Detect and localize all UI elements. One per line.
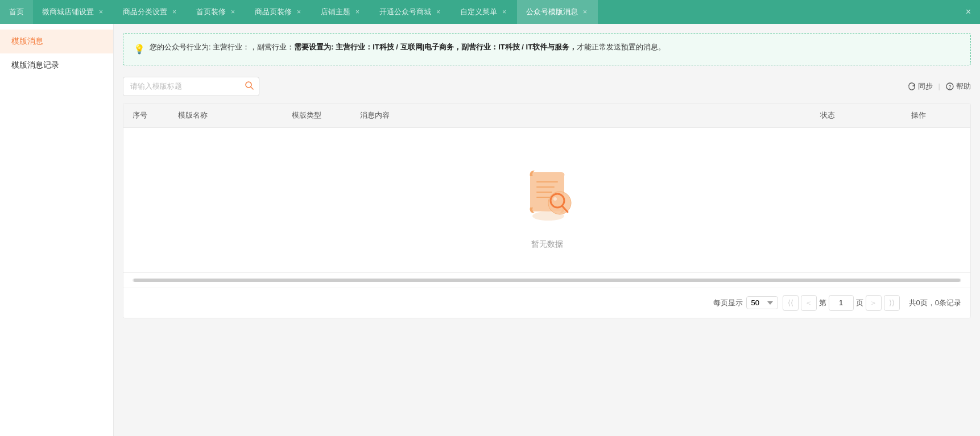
empty-icon xyxy=(513,162,581,230)
tab-home-decor-label: 首页装修 xyxy=(196,7,226,17)
empty-text: 暂无数据 xyxy=(531,239,563,250)
search-bar: 同步 | ? 帮助 xyxy=(123,77,971,96)
total-info: 共0页，0条记录 xyxy=(909,298,961,308)
page-input[interactable] xyxy=(829,295,854,311)
tab-open-mall-label: 开通公众号商城 xyxy=(379,7,431,17)
table-header: 序号 模版名称 模版类型 消息内容 状态 操作 xyxy=(123,103,970,128)
tab-home-decor[interactable]: 首页装修 × xyxy=(187,0,246,24)
tab-product-decor[interactable]: 商品页装修 × xyxy=(246,0,312,24)
search-input-wrap xyxy=(123,77,259,96)
tab-product-decor-close[interactable]: × xyxy=(295,7,303,17)
toolbar-right: 同步 | ? 帮助 xyxy=(908,81,971,92)
col-seq: 序号 xyxy=(123,103,169,127)
tab-micro-shop-close[interactable]: × xyxy=(97,7,105,17)
content-area: 💡 您的公众号行业为: 主营行业：，副营行业：需要设置为: 主营行业：IT科技 … xyxy=(114,24,980,436)
tab-shop-theme-label: 店铺主题 xyxy=(321,7,350,17)
tab-product-category-label: 商品分类设置 xyxy=(123,7,167,17)
notice-banner: 💡 您的公众号行业为: 主营行业：，副营行业：需要设置为: 主营行业：IT科技 … xyxy=(123,33,971,65)
col-name: 模版名称 xyxy=(169,103,283,127)
notice-suffix: 才能正常发送预置的消息。 xyxy=(577,43,665,51)
tab-home-label: 首页 xyxy=(9,7,24,17)
tab-shop-theme[interactable]: 店铺主题 × xyxy=(312,0,370,24)
notice-highlight: 需要设置为: 主营行业：IT科技 / 互联网|电子商务，副营行业：IT科技 / … xyxy=(294,43,577,51)
page-size-select[interactable]: 10 20 50 100 xyxy=(746,296,778,309)
horizontal-scrollbar[interactable] xyxy=(123,272,970,288)
notice-icon: 💡 xyxy=(134,42,145,57)
svg-text:?: ? xyxy=(948,84,951,90)
empty-state: 暂无数据 xyxy=(123,128,970,272)
col-content: 消息内容 xyxy=(351,103,811,127)
page-size-label: 每页显示 xyxy=(713,298,743,308)
tab-micro-shop[interactable]: 微商城店铺设置 × xyxy=(33,0,114,24)
pagination: 每页显示 10 20 50 100 ⟨⟨ ＜ 第 页 xyxy=(123,288,970,318)
sidebar: 模版消息 模版消息记录 xyxy=(0,24,114,436)
tab-product-decor-label: 商品页装修 xyxy=(255,7,292,17)
col-status: 状态 xyxy=(811,103,902,127)
page-first-button[interactable]: ⟨⟨ xyxy=(783,295,799,311)
tab-shop-theme-close[interactable]: × xyxy=(354,7,361,17)
tab-home[interactable]: 首页 xyxy=(0,0,33,24)
tab-micro-shop-label: 微商城店铺设置 xyxy=(42,7,94,17)
col-type: 模版类型 xyxy=(283,103,351,127)
help-icon: ? xyxy=(946,82,954,90)
tab-custom-menu-close[interactable]: × xyxy=(501,7,508,17)
tab-home-decor-close[interactable]: × xyxy=(229,7,237,17)
tab-product-category[interactable]: 商品分类设置 × xyxy=(114,0,187,24)
sync-icon xyxy=(908,82,916,90)
sidebar-item-template-msg-label: 模版消息 xyxy=(11,36,43,45)
help-button[interactable]: ? 帮助 xyxy=(946,81,971,92)
tab-custom-menu[interactable]: 自定义菜单 × xyxy=(451,0,517,24)
svg-point-12 xyxy=(553,197,557,201)
search-input[interactable] xyxy=(123,77,259,96)
search-icon xyxy=(245,81,254,90)
data-table: 序号 模版名称 模版类型 消息内容 状态 操作 xyxy=(123,103,971,318)
tab-template-msg-close[interactable]: × xyxy=(581,7,589,17)
page-last-button[interactable]: ⟩⟩ xyxy=(884,295,900,311)
page-label: 第 xyxy=(819,298,826,308)
tab-custom-menu-label: 自定义菜单 xyxy=(460,7,497,17)
tab-open-mall[interactable]: 开通公众号商城 × xyxy=(370,0,451,24)
page-next-button[interactable]: ＞ xyxy=(866,295,882,311)
sidebar-item-template-msg[interactable]: 模版消息 xyxy=(0,30,113,53)
toolbar-divider: | xyxy=(938,82,940,90)
notice-text: 您的公众号行业为: 主营行业：，副营行业：需要设置为: 主营行业：IT科技 / … xyxy=(150,41,665,53)
col-action: 操作 xyxy=(902,103,970,127)
sidebar-item-template-msg-record[interactable]: 模版消息记录 xyxy=(0,53,113,77)
tab-bar: 首页 微商城店铺设置 × 商品分类设置 × 首页装修 × 商品页装修 × 店铺主… xyxy=(0,0,980,24)
sync-label: 同步 xyxy=(918,81,933,92)
page-suffix: 页 xyxy=(856,298,863,308)
page-nav: ⟨⟨ ＜ 第 页 ＞ ⟩⟩ xyxy=(783,295,900,311)
tab-template-msg-label: 公众号模版消息 xyxy=(526,7,578,17)
svg-line-1 xyxy=(251,87,253,89)
tab-open-mall-close[interactable]: × xyxy=(435,7,442,17)
sync-button[interactable]: 同步 xyxy=(908,81,933,92)
notice-prefix: 您的公众号行业为: 主营行业：，副营行业： xyxy=(150,43,294,51)
tab-bar-close-all[interactable]: × xyxy=(957,7,980,17)
scrollbar-thumb[interactable] xyxy=(134,279,960,282)
search-button[interactable] xyxy=(245,81,254,92)
main-layout: 模版消息 模版消息记录 💡 您的公众号行业为: 主营行业：，副营行业：需要设置为… xyxy=(0,24,980,436)
page-prev-button[interactable]: ＜ xyxy=(801,295,817,311)
help-label: 帮助 xyxy=(956,81,971,92)
tab-template-msg[interactable]: 公众号模版消息 × xyxy=(517,0,598,24)
sidebar-item-template-msg-record-label: 模版消息记录 xyxy=(11,60,59,69)
page-size-wrap: 每页显示 10 20 50 100 xyxy=(713,296,778,309)
scrollbar-track xyxy=(133,279,961,282)
tab-product-category-close[interactable]: × xyxy=(171,7,178,17)
